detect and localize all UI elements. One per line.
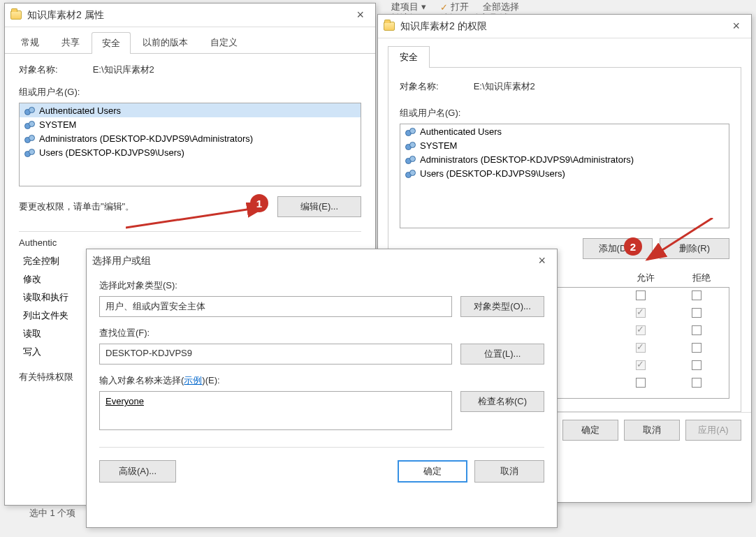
select-user-dialog: 选择用户或组 × 选择此对象类型(S): 用户、组或内置安全主体 对象类型(O)… bbox=[86, 249, 558, 528]
location-label: 查找位置(F): bbox=[99, 327, 544, 339]
users-icon bbox=[405, 154, 416, 165]
cancel-button[interactable]: 取消 bbox=[624, 420, 680, 441]
object-name-label: 对象名称: bbox=[400, 80, 439, 93]
permissions-header: Authentic bbox=[19, 237, 361, 248]
tab-general[interactable]: 常规 bbox=[10, 31, 50, 53]
edit-hint: 要更改权限，请单击"编辑"。 bbox=[19, 200, 134, 213]
users-icon bbox=[405, 126, 416, 137]
allow-checkbox bbox=[636, 343, 646, 353]
deny-header: 拒绝 bbox=[674, 272, 729, 284]
properties-titlebar: 知识库素材2 属性 × bbox=[5, 3, 375, 27]
object-names-input[interactable]: Everyone bbox=[99, 391, 452, 430]
group-users-label: 组或用户名(G): bbox=[19, 86, 361, 98]
tab-security[interactable]: 安全 bbox=[92, 32, 131, 54]
users-icon bbox=[24, 147, 35, 158]
object-names-label: 输入对象名称来选择(示例)(E): bbox=[99, 374, 544, 387]
users-icon bbox=[24, 105, 35, 116]
cancel-button[interactable]: 取消 bbox=[474, 460, 544, 483]
add-button[interactable]: 添加(D)... bbox=[583, 238, 653, 259]
ok-button[interactable]: 确定 bbox=[562, 420, 618, 441]
examples-link[interactable]: 示例 bbox=[184, 375, 202, 385]
folder-icon bbox=[10, 10, 22, 20]
properties-title: 知识库素材2 属性 bbox=[27, 9, 351, 22]
list-item[interactable]: SYSTEM bbox=[400, 138, 729, 152]
advanced-button[interactable]: 高级(A)... bbox=[99, 460, 176, 483]
allow-checkbox[interactable] bbox=[636, 378, 646, 388]
tab-previous-versions[interactable]: 以前的版本 bbox=[132, 31, 198, 53]
object-type-label: 选择此对象类型(S): bbox=[99, 279, 544, 292]
close-icon[interactable]: × bbox=[532, 253, 551, 268]
allow-header: 允许 bbox=[618, 272, 674, 284]
deny-checkbox[interactable] bbox=[692, 308, 702, 318]
allow-checkbox bbox=[636, 308, 646, 318]
allow-checkbox[interactable] bbox=[636, 290, 646, 300]
object-types-button[interactable]: 对象类型(O)... bbox=[460, 296, 544, 317]
list-item[interactable]: Authenticated Users bbox=[400, 124, 729, 138]
list-item[interactable]: SYSTEM bbox=[20, 117, 361, 131]
group-users-list[interactable]: Authenticated Users SYSTEM Administrator… bbox=[19, 103, 361, 186]
list-item[interactable]: Users (DESKTOP-KDJVPS9\Users) bbox=[400, 166, 729, 180]
allow-checkbox bbox=[636, 360, 646, 370]
users-icon bbox=[24, 119, 35, 130]
select-user-titlebar: 选择用户或组 × bbox=[87, 249, 557, 272]
close-icon[interactable]: × bbox=[351, 8, 370, 22]
locations-button[interactable]: 位置(L)... bbox=[460, 344, 544, 365]
object-name-label: 对象名称: bbox=[19, 64, 58, 76]
deny-checkbox[interactable] bbox=[692, 325, 702, 335]
location-field: DESKTOP-KDJVPS9 bbox=[99, 344, 452, 365]
object-name-value: E:\知识库素材2 bbox=[474, 80, 535, 93]
object-name-value: E:\知识库素材2 bbox=[93, 64, 154, 76]
list-item[interactable]: Administrators (DESKTOP-KDJVPS9\Administ… bbox=[20, 131, 361, 145]
users-icon bbox=[24, 133, 35, 144]
remove-button[interactable]: 删除(R) bbox=[660, 238, 729, 259]
list-item[interactable]: Administrators (DESKTOP-KDJVPS9\Administ… bbox=[400, 152, 729, 166]
ok-button[interactable]: 确定 bbox=[398, 460, 467, 483]
check-names-button[interactable]: 检查名称(C) bbox=[460, 391, 544, 412]
deny-checkbox[interactable] bbox=[692, 378, 702, 388]
group-users-label: 组或用户名(G): bbox=[400, 107, 729, 119]
permissions-title: 知识库素材2 的权限 bbox=[400, 20, 727, 33]
users-icon bbox=[405, 168, 416, 179]
properties-tabs: 常规 共享 安全 以前的版本 自定义 bbox=[5, 27, 375, 54]
apply-button[interactable]: 应用(A) bbox=[685, 420, 741, 441]
tab-security[interactable]: 安全 bbox=[388, 46, 430, 68]
allow-checkbox bbox=[636, 325, 646, 335]
deny-checkbox[interactable] bbox=[692, 360, 702, 370]
deny-checkbox[interactable] bbox=[692, 290, 702, 300]
group-users-list[interactable]: Authenticated Users SYSTEM Administrator… bbox=[400, 124, 729, 228]
close-icon[interactable]: × bbox=[727, 19, 746, 34]
edit-button[interactable]: 编辑(E)... bbox=[277, 196, 361, 217]
list-item[interactable]: Users (DESKTOP-KDJVPS9\Users) bbox=[20, 145, 361, 159]
folder-icon bbox=[384, 22, 395, 31]
tab-customize[interactable]: 自定义 bbox=[200, 31, 248, 53]
list-item[interactable]: Authenticated Users bbox=[20, 103, 361, 117]
select-user-title: 选择用户或组 bbox=[92, 255, 532, 267]
tab-sharing[interactable]: 共享 bbox=[51, 31, 90, 53]
statusbar-selection: 选中 1 个项 bbox=[29, 507, 75, 520]
permissions-titlebar: 知识库素材2 的权限 × bbox=[378, 15, 751, 38]
deny-checkbox[interactable] bbox=[692, 343, 702, 353]
users-icon bbox=[405, 140, 416, 151]
object-type-field: 用户、组或内置安全主体 bbox=[99, 296, 452, 317]
